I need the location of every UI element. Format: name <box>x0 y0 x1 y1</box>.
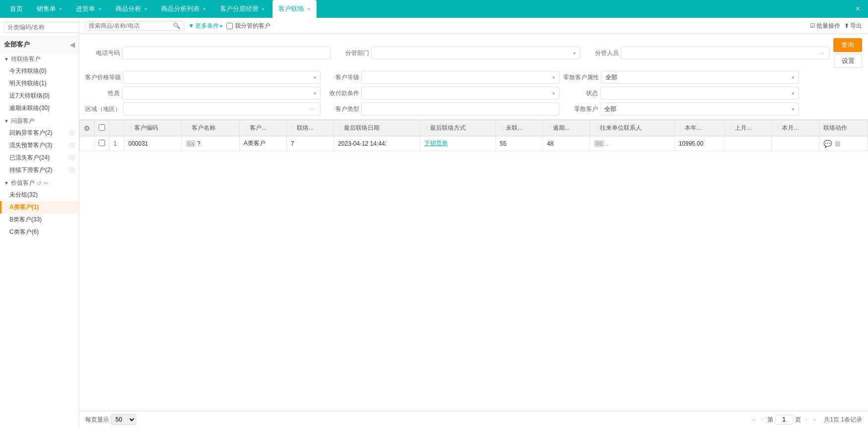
filter-dept-input[interactable]: ▾ <box>371 47 580 59</box>
nav-tab-customer-tier[interactable]: 客户分层经营 × <box>214 0 271 18</box>
filter-search-input[interactable] <box>89 22 173 29</box>
filter-my-customers-label: 我分管的客户 <box>235 22 271 30</box>
filter-phone-input[interactable] <box>122 47 330 59</box>
row-chat-icon[interactable]: 💬 <box>823 140 832 148</box>
table-col-no-contact[interactable]: ⋮未联... <box>495 120 542 136</box>
nav-tab-purchase[interactable]: 进货单 × <box>70 0 107 18</box>
sidebar-item-unclassified[interactable]: 未分组(32) <box>0 189 79 201</box>
filter-search-wrap: 🔍 <box>85 21 184 31</box>
info-icon-repeat: ⓘ <box>69 129 75 137</box>
filter-customer-level: 客户等级 ▾ <box>325 71 560 84</box>
page-last-button[interactable]: » <box>811 415 818 424</box>
sidebar-item-declining[interactable]: 持续下滑客户(2) ⓘ <box>0 164 79 176</box>
filter-price-level-input[interactable]: ▾ <box>123 71 321 84</box>
close-all-tabs[interactable]: × <box>852 4 864 13</box>
value-refresh-icon[interactable]: ↺ <box>37 180 42 187</box>
nav-tab-customer-tier-close[interactable]: × <box>262 6 265 12</box>
sidebar-collapse-icon[interactable]: ◀ <box>70 41 75 49</box>
filter-search-icon[interactable]: 🔍 <box>173 22 180 29</box>
filter-retail-input[interactable]: 全部 ▾ <box>600 103 799 115</box>
table-col-this-year[interactable]: ⋮本年... <box>674 120 724 136</box>
row-overdue-cell: 48 <box>542 136 590 151</box>
sidebar-item-overdue[interactable]: 逾期未联络(30) <box>0 102 79 114</box>
nav-tab-purchase-close[interactable]: × <box>98 6 101 12</box>
filter-my-customers[interactable]: 我分管的客户 <box>226 22 271 30</box>
nav-tab-analysis-close[interactable]: × <box>144 6 147 12</box>
nav-tab-analysis[interactable]: 商品分析 × <box>109 0 153 18</box>
filter-payment-input[interactable]: ▾ <box>361 87 560 100</box>
query-button[interactable]: 查询 <box>833 38 862 52</box>
filter-nature-input[interactable]: ▾ <box>122 87 321 100</box>
row-check-cell[interactable] <box>95 136 109 151</box>
filter-customer-level-label: 客户等级 <box>325 73 359 82</box>
settings-button[interactable]: 设置 <box>834 54 862 68</box>
filter-customer-level-input[interactable]: ▾ <box>361 71 560 84</box>
sidebar-item-churned[interactable]: 已流失客户(24) ⓘ <box>0 152 79 164</box>
sidebar-item-today[interactable]: 今天待联络(0) <box>0 65 79 77</box>
sidebar-item-class-a[interactable]: A类客户(1) <box>0 201 79 214</box>
table-col-code[interactable]: ⋮客户编码 <box>124 120 182 136</box>
content-area: 🔍 ▼ 更多条件 ▾ 我分管的客户 ☑ 批量操作 ⬆ 导出 <box>79 18 868 428</box>
table-col-settings[interactable]: ⚙ <box>80 120 95 136</box>
sidebar-item-7days[interactable]: 近7天待联络(0) <box>0 90 79 102</box>
filter-manager-input[interactable]: ··· <box>621 47 829 59</box>
table-col-this-month[interactable]: ⋮本月... <box>772 120 819 136</box>
per-page-select[interactable]: 50 10 20 100 <box>111 414 136 425</box>
sidebar-group-pending[interactable]: ▼ 待联络客户 <box>0 53 79 65</box>
table-col-last-contact-date[interactable]: ⋮最后联络日期 <box>334 120 420 136</box>
nav-home[interactable]: 首页 <box>4 0 29 18</box>
sidebar-item-churn-warning[interactable]: 流失预警客户(3) ⓘ <box>0 139 79 152</box>
batch-operation-button[interactable]: ☑ 批量操作 <box>810 22 840 30</box>
table-col-type[interactable]: ⋮客户... <box>239 120 286 136</box>
sidebar-item-tomorrow[interactable]: 明天待联络(1) <box>0 77 79 90</box>
table-col-contacts[interactable]: ⋮联络... <box>286 120 333 136</box>
filter-customer-type-input[interactable] <box>361 103 560 115</box>
export-button[interactable]: ⬆ 导出 <box>844 22 862 30</box>
sidebar-all-customers-header[interactable]: 全部客户 ◀ <box>0 37 79 53</box>
table-col-last-contact-method[interactable]: ⋮最后联络方式 <box>420 120 496 136</box>
table-col-name[interactable]: ⋮客户名称 <box>182 120 239 136</box>
filter-status-label: 状态 <box>563 89 598 98</box>
row-index-cell: 1 <box>109 136 124 151</box>
table-check-all[interactable] <box>99 124 105 131</box>
sidebar-group-problem[interactable]: ▼ 问题客户 <box>0 114 79 127</box>
filter-status-input[interactable]: ▾ <box>600 87 799 100</box>
sidebar-search-input[interactable] <box>4 22 79 33</box>
row-qr-icon[interactable]: ⊞ <box>835 140 841 148</box>
adv-filter-row4: 区域（地区） ··· 客户类型 零散客户 全部 ▾ <box>85 103 862 115</box>
table-col-check[interactable] <box>95 120 109 136</box>
page-first-button[interactable]: « <box>750 415 758 424</box>
nav-tab-purchase-label: 进货单 <box>76 4 95 13</box>
filter-dept-label: 分管部门 <box>334 49 369 57</box>
filter-my-customers-checkbox[interactable] <box>226 23 233 29</box>
filter-more-conditions[interactable]: ▼ 更多条件 ▾ <box>188 22 222 30</box>
filter-retail-attr: 零散客户属性 全部 ▾ <box>563 71 799 84</box>
table-col-last-month[interactable]: ⋮上月... <box>725 120 772 136</box>
table-row: 1 000031 Ea? A类客户 7 2023-04-12 14:44: 下销… <box>80 136 868 151</box>
page-input[interactable] <box>775 415 793 425</box>
nav-tab-customer-contact[interactable]: 客户联络 × <box>272 0 316 18</box>
row-last-method-cell[interactable]: 下销货单 <box>420 136 496 151</box>
filter-retail-attr-input[interactable]: 全部 ▾ <box>601 71 799 84</box>
table-gear-icon[interactable]: ⚙ <box>84 124 90 132</box>
nav-tab-customer-contact-close[interactable]: × <box>307 6 310 12</box>
page-prev-button[interactable]: ‹ <box>760 415 765 424</box>
nav-tab-analysis-list-close[interactable]: × <box>203 6 206 12</box>
sidebar-item-class-c[interactable]: C类客户(6) <box>0 226 79 238</box>
nav-tab-sales-close[interactable]: × <box>59 6 62 12</box>
filter-retail-attr-value: 全部 <box>605 73 617 82</box>
row-checkbox[interactable] <box>99 140 105 146</box>
sidebar-item-repeat-anomaly[interactable]: 回购异常客户(2) ⓘ <box>0 127 79 139</box>
page-next-button[interactable]: › <box>803 415 809 424</box>
value-edit-icon[interactable]: ✏ <box>44 180 49 187</box>
sidebar-group-value[interactable]: ▼ 价值客户 ↺ ✏ <box>0 176 79 189</box>
filter-retail-label: 零散客户 <box>563 105 598 113</box>
table-col-unit-contact[interactable]: ⋮往来单位联系人 <box>590 120 675 136</box>
table-col-overdue[interactable]: ⋮逾期... <box>542 120 590 136</box>
nav-tab-analysis-list[interactable]: 商品分析列表 × <box>155 0 212 18</box>
nav-tab-sales[interactable]: 销售单 × <box>31 0 68 18</box>
row-contacts-cell: 7 <box>286 136 333 151</box>
sidebar-item-class-b[interactable]: B类客户(33) <box>0 214 79 226</box>
filter-manager: 分管人员 ··· <box>584 47 829 59</box>
filter-region-input[interactable]: ··· <box>123 103 321 115</box>
